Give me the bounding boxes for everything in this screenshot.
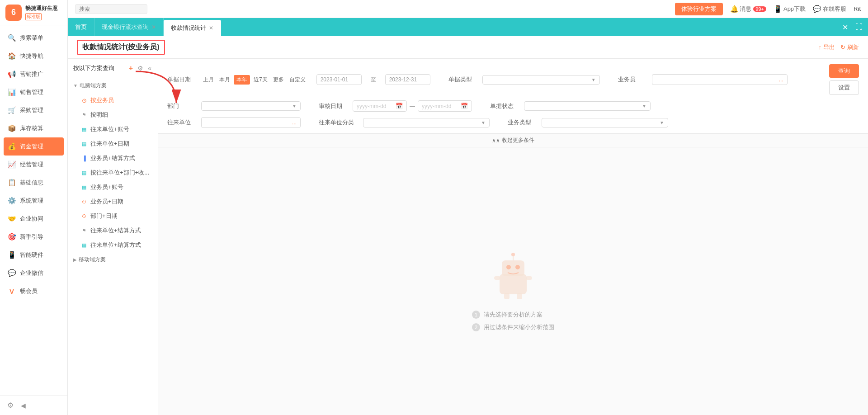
staff-settle-icon: ▐ [80, 155, 88, 162]
scheme-item-partner-settle1[interactable]: ⚑ 往来单位+结算方式 [68, 223, 158, 238]
sidebar-item-operations-label: 经营管理 [20, 160, 43, 169]
svg-rect-8 [504, 293, 509, 299]
scheme-item-staff-date[interactable]: ⏲ 业务员+日期 [68, 194, 158, 209]
partner-type-select[interactable]: ▼ [363, 118, 490, 127]
collapse-bar[interactable]: ∧∧ 收起更多条件 [158, 134, 868, 147]
scheme-header-actions: + ⚙ « [128, 63, 152, 73]
by-detail-icon: ⚑ [80, 111, 88, 118]
sidebar-item-inventory[interactable]: 📦 库存核算 [0, 119, 67, 137]
scheme-item-staff-account[interactable]: ▦ 业务员+账号 [68, 180, 158, 194]
biz-type-select[interactable]: ▼ [542, 118, 668, 127]
sidebar-item-operations[interactable]: 📈 经营管理 [0, 156, 67, 174]
tab-close-all-btn[interactable]: ✕ [840, 21, 850, 33]
date-from-input[interactable] [316, 74, 362, 85]
scheme-item-staff-settle[interactable]: ▐ 业务员+结算方式 [68, 151, 158, 165]
doc-status-select[interactable]: ▼ [524, 101, 651, 111]
online-service[interactable]: 💬 在线客服 [813, 5, 846, 13]
date-btn-this-month[interactable]: 本月 [217, 75, 232, 85]
doc-status-chevron: ▼ [642, 104, 646, 108]
date-btn-this-year[interactable]: 本年 [234, 75, 250, 85]
date-btn-more[interactable]: 更多 [271, 75, 286, 85]
sidebar-item-marketing-label: 营销推广 [20, 70, 43, 78]
sidebar-item-finance[interactable]: 💰 资金管理 [4, 137, 64, 156]
tab-bar-actions: ✕ ⛶ [840, 18, 868, 36]
filter-settings-btn[interactable]: 设置 [829, 80, 859, 95]
review-date-from[interactable]: yyyy-mm-dd 📅 [353, 100, 407, 112]
sidebar-item-sales[interactable]: 📊 销售管理 [0, 83, 67, 101]
scheme-item-by-detail[interactable]: ⚑ 按明细 [68, 108, 158, 122]
partner-settle1-label: 往来单位+结算方式 [90, 226, 141, 235]
staff-label: 业务员 [618, 75, 643, 84]
sidebar-item-basic[interactable]: 📋 基础信息 [0, 174, 67, 192]
sidebar-item-system-label: 系统管理 [20, 197, 43, 205]
scheme-section-desktop-title[interactable]: ▼ 电脑端方案 [68, 78, 158, 93]
staff-date-label: 业务员+日期 [90, 198, 123, 206]
staff-select[interactable]: ... [652, 74, 788, 85]
notifications-area[interactable]: 🔔 消息 99+ [730, 5, 766, 13]
partner-dept-icon: ▦ [80, 169, 88, 176]
tab-bank-flow-label: 现金银行流水查询 [102, 23, 149, 31]
dept-chevron: ▼ [292, 104, 297, 108]
app-download[interactable]: 📱 App下载 [774, 5, 806, 13]
scheme-collapse-btn[interactable]: « [147, 63, 152, 73]
query-btn[interactable]: 查询 [829, 64, 859, 78]
sidebar-settings-btn[interactable]: ⚙ [7, 401, 14, 410]
right-content: 单据日期 上月 本月 本年 近7天 更多 自定义 至 单据类型 [158, 59, 868, 415]
filter-area: 单据日期 上月 本月 本年 近7天 更多 自定义 至 单据类型 [158, 59, 868, 134]
date-btn-last-month[interactable]: 上月 [201, 75, 216, 85]
staff-more-btn[interactable]: ... [779, 76, 783, 83]
dept-select[interactable]: ▼ [201, 101, 301, 111]
dept-date-label: 部门+日期 [90, 212, 118, 220]
sidebar-item-search-menu[interactable]: 🔍 搜索菜单 [0, 29, 67, 47]
scheme-item-by-staff[interactable]: ⊙ 按业务员 [68, 93, 158, 108]
top-search-input[interactable] [75, 4, 147, 14]
partner-more-btn[interactable]: ... [292, 119, 297, 126]
scheme-item-dept-date[interactable]: ⏲ 部门+日期 [68, 209, 158, 223]
sidebar-item-quick-nav[interactable]: 🏠 快捷导航 [0, 47, 67, 65]
export-btn[interactable]: ↑ 导出 [819, 43, 835, 52]
doc-type-select[interactable]: ▼ [482, 75, 600, 85]
review-date-to[interactable]: yyyy-mm-dd 📅 [418, 100, 472, 112]
sidebar-item-vip[interactable]: V 畅会员 [0, 282, 67, 300]
sidebar-item-marketing[interactable]: 📢 营销推广 [0, 65, 67, 83]
date-btn-7days[interactable]: 近7天 [252, 75, 269, 85]
scheme-add-btn[interactable]: + [128, 63, 134, 73]
scheme-section-mobile-title[interactable]: ▶ 移动端方案 [68, 252, 158, 267]
calendar-icon-from: 📅 [396, 103, 403, 109]
tab-collection-stats[interactable]: 收款情况统计 ✕ [164, 20, 221, 36]
partner-date-icon: ▦ [80, 140, 88, 147]
refresh-btn[interactable]: ↻ 刷新 [840, 43, 859, 52]
tab-maximize-btn[interactable]: ⛶ [854, 21, 864, 33]
date-btn-custom[interactable]: 自定义 [288, 75, 307, 85]
scheme-section-desktop: ▼ 电脑端方案 ⊙ 按业务员 ⚑ 按明细 ▦ 往来单位+账号 ▦ 往来单位+ [68, 78, 158, 252]
tab-collection-stats-close[interactable]: ✕ [209, 25, 213, 31]
scheme-item-partner-settle2[interactable]: ▦ 往来单位+结算方式 [68, 238, 158, 252]
partner-dept-label: 按往来单位+部门+收... [90, 169, 149, 177]
collapse-label: 收起更多条件 [502, 137, 534, 144]
staff-settle-label: 业务员+结算方式 [90, 154, 135, 162]
dept-label: 部门 [167, 102, 192, 110]
tab-bank-flow[interactable]: 现金银行流水查询 ✕ [94, 18, 164, 36]
scheme-settings-btn[interactable]: ⚙ [137, 63, 144, 73]
partner-account-icon: ▦ [80, 126, 88, 133]
date-to-input[interactable] [385, 74, 430, 85]
sidebar-item-hardware[interactable]: 📱 智能硬件 [0, 246, 67, 264]
scheme-item-partner-date[interactable]: ▦ 往来单位+日期 [68, 137, 158, 151]
scheme-header: 按以下方案查询 + ⚙ « [68, 59, 158, 78]
partner-select[interactable]: ... [201, 117, 301, 128]
sidebar-item-system[interactable]: ⚙️ 系统管理 [0, 192, 67, 210]
trial-btn[interactable]: 体验行业方案 [675, 3, 723, 15]
sidebar-item-enterprise[interactable]: 🤝 企业协同 [0, 210, 67, 228]
sidebar-item-wechat[interactable]: 💬 企业微信 [0, 264, 67, 282]
tab-home[interactable]: 首页 [68, 18, 94, 36]
sidebar-item-guide[interactable]: 🎯 新手引导 [0, 228, 67, 246]
desktop-section-arrow: ▼ [73, 83, 78, 88]
sidebar-item-purchase[interactable]: 🛒 采购管理 [0, 101, 67, 119]
sidebar-menu: 🔍 搜索菜单 🏠 快捷导航 📢 营销推广 📊 销售管理 🛒 采购管理 📦 库存核… [0, 25, 67, 395]
tab-bank-flow-close[interactable]: ✕ [151, 24, 156, 30]
by-staff-icon: ⊙ [80, 97, 88, 104]
user-name[interactable]: Rit [854, 5, 861, 12]
scheme-item-partner-account[interactable]: ▦ 往来单位+账号 [68, 122, 158, 137]
sidebar-collapse-btn[interactable]: ◀ [21, 402, 26, 409]
scheme-item-partner-dept[interactable]: ▦ 按往来单位+部门+收... [68, 165, 158, 180]
